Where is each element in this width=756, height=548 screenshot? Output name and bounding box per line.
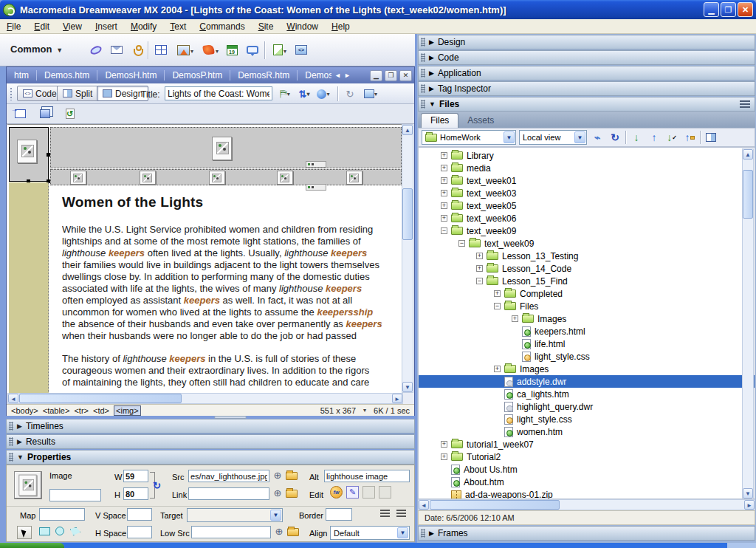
expand-arrow-icon[interactable]: ▶	[429, 54, 434, 61]
broken-image-placeholder-icon[interactable]	[17, 140, 37, 163]
file-tree-item[interactable]: +Images	[419, 312, 755, 325]
expand-icon[interactable]: +	[441, 202, 447, 209]
browse-folder-icon[interactable]	[286, 490, 298, 498]
window-size-value[interactable]: 551 x 367	[320, 406, 356, 415]
map-input[interactable]	[39, 508, 85, 521]
expand-icon[interactable]: +	[441, 152, 447, 159]
expand-arrow-icon[interactable]: ▶	[17, 438, 22, 445]
broken-image-placeholder-icon[interactable]	[346, 171, 362, 185]
doc-restore-button[interactable]: ❐	[385, 70, 397, 81]
scrollbar-thumb[interactable]	[430, 500, 560, 510]
tab-scroll-left-icon[interactable]: ◄	[334, 72, 341, 79]
file-tree-item[interactable]: +text_week03	[419, 187, 755, 199]
scroll-right-icon[interactable]: ►	[744, 500, 755, 510]
table-cell-banner[interactable]	[50, 127, 402, 168]
panel-group-header[interactable]: ▶ Design	[418, 35, 755, 49]
view-options-icon[interactable]: ▾	[362, 87, 379, 100]
tag-selector-item[interactable]: <td>	[93, 406, 109, 415]
menu-item[interactable]: Edit	[27, 21, 56, 32]
panel-grip[interactable]	[421, 100, 425, 109]
panel-options-icon[interactable]	[740, 100, 750, 108]
rectangle-hotspot-tool[interactable]	[39, 527, 50, 537]
document-tab[interactable]: DemosRWMV.htm	[298, 70, 331, 81]
broken-image-fragment-icon[interactable]	[306, 161, 326, 168]
collapse-icon[interactable]: −	[494, 303, 501, 309]
polygon-hotspot-tool[interactable]	[70, 527, 80, 537]
file-tree-item[interactable]: +Lesson_13_Testing	[419, 250, 755, 262]
menu-item[interactable]: Commands	[193, 21, 251, 32]
link-input[interactable]	[188, 487, 269, 500]
file-tree-item[interactable]: −Lesson_15_Find	[419, 275, 755, 287]
horizontal-scrollbar[interactable]: ◄ ►	[7, 393, 403, 404]
minimize-button[interactable]: ▁	[704, 2, 719, 17]
file-tree-item[interactable]: −text_week09	[419, 225, 755, 237]
put-files-icon[interactable]: ↑	[647, 130, 662, 145]
expand-icon[interactable]: +	[441, 177, 447, 184]
src-input[interactable]	[188, 470, 269, 482]
refresh-icon[interactable]: ↻	[608, 130, 622, 145]
menu-item[interactable]: View	[56, 21, 89, 32]
panel-header-frames[interactable]: ▶ Frames	[418, 526, 755, 541]
file-tree-item[interactable]: ad-da-weapons-01.zip	[419, 488, 755, 499]
tag-chooser-icon[interactable]: <>	[292, 41, 310, 59]
expand-icon[interactable]: +	[441, 441, 447, 448]
doc-close-button[interactable]: ✕	[399, 70, 412, 81]
panel-grip[interactable]	[421, 529, 425, 538]
view-select[interactable]: Local view ▼	[519, 130, 587, 145]
insert-media-icon[interactable]	[199, 41, 217, 59]
point-to-file-icon[interactable]: ⊕	[272, 470, 283, 481]
scrollbar-thumb[interactable]	[743, 170, 753, 219]
file-tree-item[interactable]: +tutorial1_week07	[419, 438, 755, 451]
doc-minimize-button[interactable]: ▁	[370, 70, 382, 81]
file-tree-item[interactable]: highlight_query.dwr	[419, 400, 755, 413]
file-tree-item[interactable]: +Images	[419, 363, 755, 375]
file-tree-item[interactable]: keepers.html	[419, 325, 755, 338]
align-select[interactable]: Default▼	[330, 526, 410, 540]
panel-header-results[interactable]: ▶ Results	[6, 434, 415, 449]
start-button-fragment[interactable]	[0, 543, 64, 548]
toolbar-grip[interactable]	[10, 87, 13, 100]
check-out-icon[interactable]: ↓✓	[664, 130, 679, 145]
file-tree-item[interactable]: −text_week09	[419, 237, 755, 250]
scroll-up-icon[interactable]: ▲	[402, 125, 413, 135]
collapse-icon[interactable]: −	[441, 227, 447, 234]
panel-group-header[interactable]: ▶ Application	[418, 66, 755, 81]
table-cell-sidebar[interactable]	[9, 182, 49, 393]
file-tree-item[interactable]: light_style.css	[419, 350, 755, 363]
expand-icon[interactable]: +	[441, 215, 447, 222]
file-tree-item[interactable]: +Completed	[419, 287, 755, 300]
tag-selector-item[interactable]: <table>	[43, 406, 70, 415]
height-input[interactable]	[123, 487, 148, 500]
file-tree-item[interactable]: ca_lights.htm	[419, 388, 755, 400]
chevron-down-icon[interactable]: ▾	[190, 48, 193, 55]
insert-date-icon[interactable]: 19	[223, 41, 241, 59]
point-to-file-icon[interactable]: ⊕	[274, 527, 284, 537]
align-right-icon[interactable]	[396, 510, 406, 518]
hspace-input[interactable]	[127, 526, 152, 538]
expand-arrow-icon[interactable]: ▶	[17, 422, 22, 430]
align-left-icon[interactable]	[380, 510, 390, 518]
expand-arrow-icon[interactable]: ▶	[429, 85, 434, 92]
document-tab[interactable]: DemosR.htm	[230, 70, 298, 81]
menu-item[interactable]: Help	[325, 21, 357, 32]
menu-item[interactable]: File	[0, 21, 27, 32]
panel-header-timelines[interactable]: ▶ Timelines	[6, 419, 415, 434]
panel-grip[interactable]	[421, 84, 425, 93]
file-tree-item[interactable]: +Tutorial2	[419, 451, 755, 463]
scroll-right-icon[interactable]: ►	[392, 394, 402, 403]
vspace-input[interactable]	[127, 508, 152, 521]
expand-panel-icon[interactable]	[704, 130, 718, 145]
insert-table-icon[interactable]	[152, 41, 170, 59]
tag-selector-item[interactable]: <img>	[114, 405, 141, 416]
broken-image-fragment-icon[interactable]	[306, 184, 326, 191]
email-link-icon[interactable]	[108, 41, 126, 59]
table-cell-selected-image[interactable]	[9, 127, 49, 182]
scroll-left-icon[interactable]: ◄	[8, 394, 18, 403]
insert-image-icon[interactable]	[174, 41, 192, 59]
restore-button[interactable]: ❐	[721, 2, 736, 17]
scroll-down-icon[interactable]: ▼	[743, 488, 753, 499]
panel-group-header-files[interactable]: ▼ Files	[418, 97, 755, 112]
chevron-down-icon[interactable]: ▾	[363, 407, 366, 414]
menu-item[interactable]: Window	[280, 21, 325, 32]
document-title-input[interactable]	[165, 86, 272, 100]
